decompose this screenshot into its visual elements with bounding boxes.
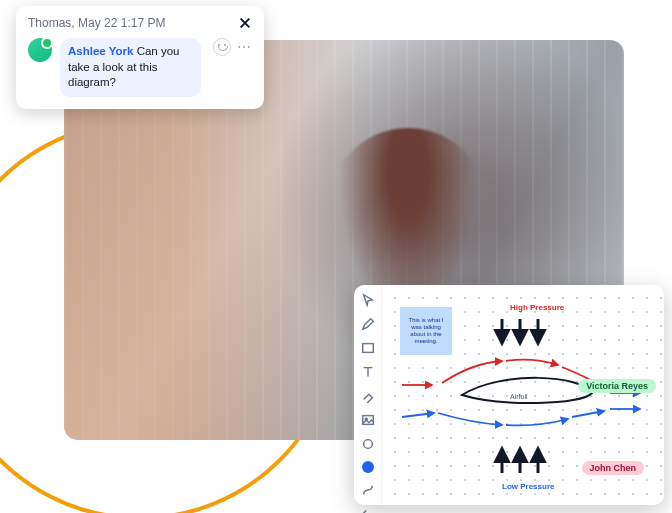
text-icon[interactable]	[360, 365, 376, 379]
shape-icon[interactable]	[360, 437, 376, 451]
svg-point-3	[363, 440, 372, 449]
image-icon[interactable]	[360, 413, 376, 427]
close-icon[interactable]	[238, 16, 252, 30]
eraser-icon[interactable]	[360, 389, 376, 403]
mention: Ashlee York	[68, 45, 133, 57]
whiteboard-canvas[interactable]: This is what I was talking about in the …	[382, 285, 664, 505]
whiteboard-panel: This is what I was talking about in the …	[354, 285, 664, 505]
avatar[interactable]	[28, 38, 52, 62]
undo-icon[interactable]	[360, 507, 376, 513]
more-options-icon[interactable]: ⋯	[237, 40, 252, 54]
label-low-pressure: Low Pressure	[502, 482, 554, 491]
pen-icon[interactable]	[360, 317, 376, 331]
color-swatch-icon[interactable]	[360, 461, 376, 473]
svg-rect-0	[362, 344, 373, 353]
tool-rail	[354, 285, 382, 505]
chat-bubble[interactable]: Ashlee York Can you take a look at this …	[60, 38, 201, 97]
chat-timestamp: Thomas, May 22 1:17 PM	[28, 16, 165, 30]
connector-icon[interactable]	[360, 483, 376, 497]
svg-line-12	[572, 411, 604, 417]
cursor-icon[interactable]	[360, 293, 376, 307]
svg-line-11	[402, 413, 434, 417]
sticky-note[interactable]: This is what I was talking about in the …	[400, 307, 452, 355]
react-emoji-icon[interactable]	[213, 38, 231, 56]
presence-cursor-label: John Chen	[582, 461, 645, 475]
chat-message-card: Thomas, May 22 1:17 PM Ashlee York Can y…	[16, 6, 264, 109]
rectangle-icon[interactable]	[360, 341, 376, 355]
presence-cursor-label: Victoria Reyes	[578, 379, 656, 393]
label-high-pressure: High Pressure	[510, 303, 564, 312]
label-airfoil: Airfoil	[510, 393, 528, 400]
